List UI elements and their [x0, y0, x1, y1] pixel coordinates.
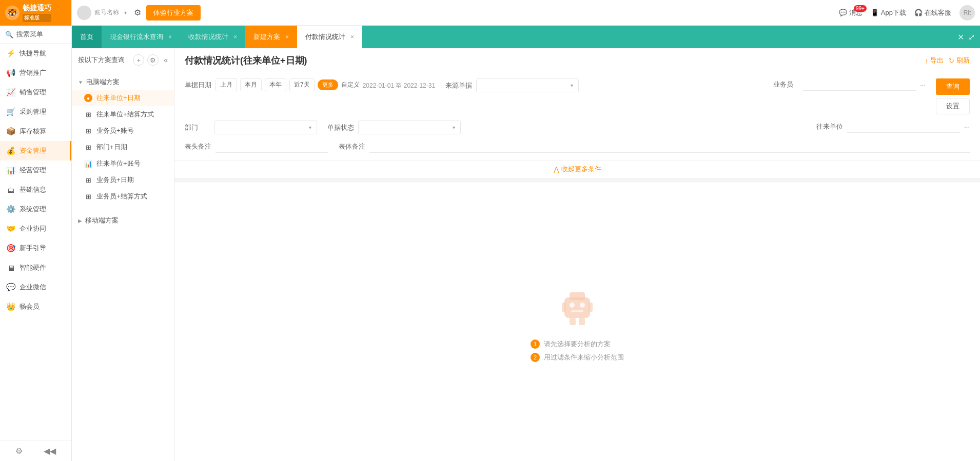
tabbar-spacer: [362, 26, 952, 48]
sidebar-item-wechat[interactable]: 💬 企业微信: [0, 277, 71, 297]
partner-label: 往来单位: [816, 122, 843, 131]
account-chevron-icon[interactable]: ▾: [124, 10, 127, 15]
sidebar-item-enterprise[interactable]: 🤝 企业协同: [0, 219, 71, 238]
sidebar-item-sales[interactable]: 📈 销售管理: [0, 83, 71, 102]
doc-status-arrow-icon: ▾: [453, 125, 455, 130]
tab-close-new-scheme[interactable]: ×: [285, 33, 289, 41]
sidebar-item-finance[interactable]: 💰 资金管理: [0, 141, 71, 161]
header-note-input[interactable]: [215, 141, 328, 153]
add-scheme-btn[interactable]: +: [133, 54, 144, 66]
scheme-item-staff-account[interactable]: ⊞ 业务员+账号: [72, 123, 174, 139]
search-icon: 🔍: [5, 31, 13, 38]
query-btn[interactable]: 查询: [936, 78, 970, 95]
filter-row-1: 单据日期 上月 本月 本年 近7天 更多 自定义 2022-01-01 至 20…: [185, 78, 970, 114]
refresh-btn[interactable]: ↻ 刷新: [949, 56, 970, 65]
message-icon: 💬: [839, 9, 847, 16]
scheme-item-dept-date[interactable]: ⊞ 部门+日期: [72, 139, 174, 155]
user-avatar[interactable]: Rit: [959, 5, 975, 21]
sidebar-item-quick-nav[interactable]: ⚡ 快捷导航: [0, 44, 71, 63]
body-note-input[interactable]: [369, 141, 970, 153]
partner-ellipsis[interactable]: ···: [964, 123, 970, 131]
tab-payment-stats[interactable]: 付款情况统计 ×: [297, 26, 362, 48]
scheme-settings-btn[interactable]: ⚙: [147, 54, 159, 66]
online-service-btn[interactable]: 🎧 在线客服: [914, 8, 951, 17]
sidebar-item-operations[interactable]: 📊 经营管理: [0, 161, 71, 180]
tab-new-scheme[interactable]: 新建方案 ×: [245, 26, 297, 48]
app-download-btn[interactable]: 📱 App下载: [871, 8, 906, 17]
scheme-item-partner-payment[interactable]: ⊞ 往来单位+结算方式: [72, 106, 174, 123]
section-arrow-down-icon: ▼: [78, 79, 83, 85]
source-select[interactable]: ▾: [476, 78, 579, 92]
tab-close-all-btn[interactable]: ✕: [957, 32, 964, 42]
filter-dept-item: 部门 ▾: [185, 121, 317, 134]
date-btn-last-month[interactable]: 上月: [215, 78, 237, 91]
sidebar-item-hardware[interactable]: 🖥 智能硬件: [0, 258, 71, 277]
svg-point-2: [570, 303, 575, 308]
dept-label: 部门: [185, 123, 210, 132]
sidebar-bottom: ⚙ ◀◀: [0, 440, 71, 461]
tab-home[interactable]: 首页: [72, 26, 102, 48]
tab-close-bank-flow[interactable]: ×: [168, 33, 172, 41]
table-scheme-icon2: ⊞: [84, 127, 92, 135]
enterprise-icon: 🤝: [6, 224, 15, 233]
guide-icon: 🎯: [6, 244, 15, 253]
message-btn[interactable]: 💬 消息 99+: [839, 8, 863, 17]
topbar-actions: 💬 消息 99+ 📱 App下载 🎧 在线客服 Rit: [839, 5, 975, 21]
settings-bottom-btn[interactable]: ⚙: [15, 446, 23, 456]
date-btn-this-year[interactable]: 本年: [265, 78, 286, 91]
sidebar-item-vip[interactable]: 👑 畅会员: [0, 297, 71, 316]
tab-collection-stats[interactable]: 收款情况统计 ×: [180, 26, 245, 48]
tab-bank-flow[interactable]: 现金银行流水查询 ×: [102, 26, 180, 48]
doc-status-select[interactable]: ▾: [358, 121, 461, 134]
header-note-label: 表头备注: [185, 142, 211, 151]
date-options: 上月 本月 本年 近7天 更多 自定义 2022-01-01 至 2022-12…: [215, 78, 435, 91]
date-btn-7days[interactable]: 近7天: [289, 78, 315, 91]
scheme-item-staff-date[interactable]: ⊞ 业务员+日期: [72, 172, 174, 188]
empty-state: 1 请先选择要分析的方案 2 用过滤条件来缩小分析范围: [174, 183, 980, 461]
filter-settings-btn[interactable]: 设置: [936, 98, 970, 114]
sidebar: 🐯 畅捷通巧 标准版 🔍 搜索菜单 ⚡ 快捷导航 📢 营销推广 📈 销售管理: [0, 0, 72, 461]
collapse-sidebar-btn[interactable]: ◀◀: [44, 446, 56, 456]
refresh-icon: ↻: [949, 57, 954, 65]
sidebar-item-inventory[interactable]: 📦 库存核算: [0, 122, 71, 141]
search-menu[interactable]: 🔍 搜索菜单: [0, 26, 71, 44]
empty-step-1: 1 请先选择要分析的方案: [531, 339, 624, 349]
trial-btn[interactable]: 体验行业方案: [146, 5, 201, 21]
scheme-collapse-btn[interactable]: «: [164, 56, 168, 64]
sidebar-item-basic-info[interactable]: 🗂 基础信息: [0, 180, 71, 199]
staff-ellipsis[interactable]: ···: [920, 81, 926, 89]
scheme-item-staff-payment[interactable]: ⊞ 业务员+结算方式: [72, 188, 174, 205]
partner-input[interactable]: [847, 121, 960, 133]
sidebar-item-marketing[interactable]: 📢 营销推广: [0, 63, 71, 83]
desktop-section-header[interactable]: ▼ 电脑端方案: [72, 74, 174, 90]
account-avatar: [77, 6, 91, 20]
quick-nav-icon: ⚡: [6, 49, 15, 58]
date-btn-this-month[interactable]: 本月: [240, 78, 262, 91]
date-btn-more[interactable]: 更多: [318, 79, 338, 90]
mobile-section-header[interactable]: ▶ 移动端方案: [72, 213, 174, 228]
scheme-item-partner-account[interactable]: 📊 往来单位+账号: [72, 155, 174, 172]
account-info: 账号名称: [77, 6, 119, 20]
topbar-gear-icon[interactable]: ⚙: [134, 8, 141, 17]
step-num-2: 2: [531, 353, 540, 362]
export-icon: ↑: [925, 57, 929, 65]
date-custom-label[interactable]: 自定义: [341, 81, 360, 89]
chart-scheme-icon: 📊: [84, 159, 92, 168]
staff-input[interactable]: [803, 78, 916, 91]
scheme-item-partner-date[interactable]: ● 往来单位+日期: [72, 90, 174, 106]
export-btn[interactable]: ↑ 导出: [925, 56, 944, 65]
tab-close-collection[interactable]: ×: [233, 33, 237, 41]
sidebar-item-system[interactable]: ⚙️ 系统管理: [0, 199, 71, 219]
tab-expand-btn[interactable]: ⤢: [968, 32, 975, 42]
table-scheme-icon: ⊞: [84, 110, 92, 118]
date-label: 单据日期: [185, 81, 211, 90]
inventory-icon: 📦: [6, 127, 15, 136]
filter-staff-item: 业务员 ···: [773, 78, 926, 91]
tab-close-payment-stats[interactable]: ×: [350, 33, 354, 41]
collapse-bar[interactable]: ⋀ 收起更多条件: [174, 161, 980, 178]
sidebar-item-guide[interactable]: 🎯 新手引导: [0, 238, 71, 258]
sidebar-item-purchase[interactable]: 🛒 采购管理: [0, 102, 71, 122]
collapse-bar-text: ⋀ 收起更多条件: [554, 165, 601, 174]
dept-select[interactable]: ▾: [214, 121, 317, 134]
active-scheme-icon: ●: [84, 94, 92, 102]
